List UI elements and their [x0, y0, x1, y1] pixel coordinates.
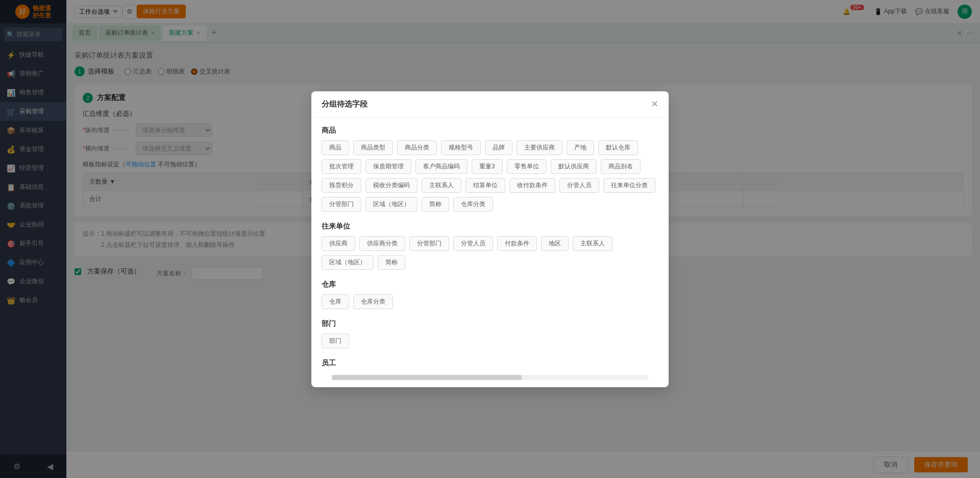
modal-body[interactable]: 商品 商品 商品类型 商品分类 规格型号 品牌 主要供应商 产地 默认仓库 批次… [311, 118, 669, 373]
field-tag[interactable]: 默认仓库 [598, 140, 638, 155]
field-tag[interactable]: 往来单位分类 [603, 178, 655, 193]
field-tag[interactable]: 分管部门 [322, 197, 361, 212]
field-group-product-title: 商品 [322, 126, 658, 135]
field-tag[interactable]: 分管人员 [559, 178, 599, 193]
field-group-warehouse-title: 仓库 [322, 280, 658, 289]
modal-horizontal-scrollbar[interactable] [332, 375, 648, 380]
field-tag[interactable]: 主联系人 [422, 178, 461, 193]
field-tag[interactable]: 仓库分类 [353, 294, 393, 309]
field-tag[interactable]: 客户商品编码 [415, 159, 468, 174]
field-tag[interactable]: 商品类型 [353, 140, 393, 155]
field-tags-partner: 供应商 供应商分类 分管部门 分管人员 付款条件 地区 主联系人 区域（地区） … [322, 236, 658, 270]
field-tag[interactable]: 批次管理 [322, 159, 361, 174]
field-tag[interactable]: 重量3 [472, 159, 503, 174]
field-tag[interactable]: 简称 [378, 255, 405, 270]
field-tag[interactable]: 商品别名 [601, 159, 641, 174]
field-tag[interactable]: 商品分类 [397, 140, 437, 155]
field-tags-dept: 部门 [322, 334, 658, 348]
field-tag[interactable]: 供应商分类 [359, 236, 405, 251]
field-tag[interactable]: 主要供应商 [517, 140, 562, 155]
field-tag[interactable]: 零售单位 [507, 159, 547, 174]
field-tag[interactable]: 默认供应商 [551, 159, 597, 174]
field-group-employee: 员工 业务员 [322, 359, 658, 373]
field-tag[interactable]: 规格型号 [441, 140, 481, 155]
field-tag[interactable]: 仓库 [322, 294, 349, 309]
modal-header: 分组待选字段 ✕ [311, 91, 669, 118]
modal-overlay[interactable]: 分组待选字段 ✕ 商品 商品 商品类型 商品分类 规格型号 品牌 主要供应商 产… [0, 0, 980, 478]
field-tags-warehouse: 仓库 仓库分类 [322, 294, 658, 309]
modal-title: 分组待选字段 [322, 99, 368, 109]
field-tag[interactable]: 部门 [322, 334, 349, 348]
modal-footer [311, 373, 669, 387]
modal-close-button[interactable]: ✕ [651, 99, 658, 109]
field-tag[interactable]: 分管部门 [409, 236, 449, 251]
field-tags-product: 商品 商品类型 商品分类 规格型号 品牌 主要供应商 产地 默认仓库 批次管理 … [322, 140, 658, 212]
field-tag[interactable]: 保质期管理 [365, 159, 411, 174]
field-tag[interactable]: 分管人员 [453, 236, 493, 251]
field-tag[interactable]: 拣货积分 [322, 178, 361, 193]
field-tag[interactable]: 付款条件 [497, 236, 537, 251]
field-group-warehouse: 仓库 仓库 仓库分类 [322, 280, 658, 309]
field-group-partner-title: 往来单位 [322, 222, 658, 231]
modal-horizontal-thumb[interactable] [332, 375, 522, 380]
field-tag[interactable]: 地区 [541, 236, 569, 251]
field-tag[interactable]: 税收分类编码 [365, 178, 418, 193]
field-tag[interactable]: 区域（地区） [322, 255, 374, 270]
field-group-product: 商品 商品 商品类型 商品分类 规格型号 品牌 主要供应商 产地 默认仓库 批次… [322, 126, 658, 212]
field-tag[interactable]: 主联系人 [573, 236, 612, 251]
field-tag[interactable]: 产地 [567, 140, 594, 155]
field-tag[interactable]: 品牌 [485, 140, 512, 155]
field-tag[interactable]: 商品 [322, 140, 349, 155]
modal-dialog: 分组待选字段 ✕ 商品 商品 商品类型 商品分类 规格型号 品牌 主要供应商 产… [311, 91, 669, 387]
field-group-dept-title: 部门 [322, 319, 658, 329]
field-group-partner: 往来单位 供应商 供应商分类 分管部门 分管人员 付款条件 地区 主联系人 区域… [322, 222, 658, 270]
field-tag[interactable]: 供应商 [322, 236, 355, 251]
field-tag[interactable]: 结算单位 [465, 178, 505, 193]
field-tag[interactable]: 收付款条件 [509, 178, 555, 193]
field-tag[interactable]: 仓库分类 [453, 197, 493, 212]
field-group-employee-title: 员工 [322, 359, 658, 368]
field-tag[interactable]: 区域（地区） [365, 197, 418, 212]
field-tag[interactable]: 简称 [422, 197, 449, 212]
field-group-dept: 部门 部门 [322, 319, 658, 348]
